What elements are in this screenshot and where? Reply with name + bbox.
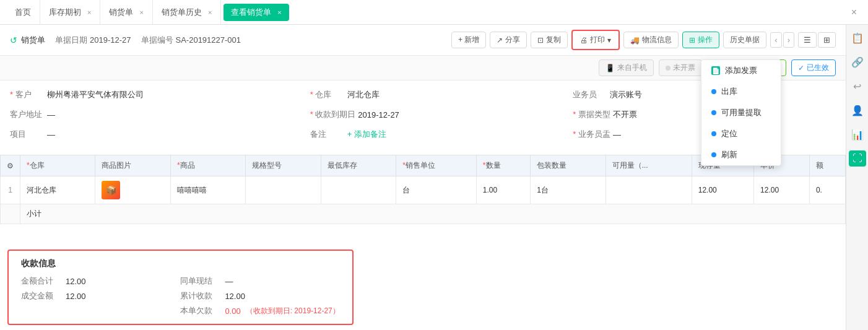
warehouse-label: 仓库	[310, 89, 345, 100]
tab-bar: 首页 库存期初 × 销货单 × 销货单历史 × 查看销货单 × ×	[0, 0, 868, 25]
sidebar-icon-return[interactable]: ↩	[851, 78, 864, 95]
operations-button[interactable]: ⊞ 操作	[682, 32, 719, 48]
share-button[interactable]: ↗ 分享	[490, 32, 527, 48]
due-date-value: 2019-12-27	[355, 109, 402, 121]
col-unit: *销售单位	[396, 155, 477, 176]
sidebar-icon-link[interactable]: 🔗	[849, 54, 866, 71]
settlement-value: —	[225, 277, 233, 286]
dropdown-available-qty[interactable]: 可用量提取	[701, 102, 781, 123]
customer-field: 客户 柳州粤港平安气体有限公司	[10, 88, 273, 102]
customer-value: 柳州粤港平安气体有限公司	[45, 88, 146, 102]
tab-history-close[interactable]: ×	[208, 9, 212, 16]
history-button[interactable]: 历史单据	[723, 32, 766, 48]
deal-label: 成交金额	[21, 290, 61, 302]
prev-arrow[interactable]: ‹	[770, 32, 781, 48]
new-button[interactable]: + 新增	[451, 32, 486, 48]
nav-arrows: ‹ ›	[770, 32, 794, 48]
row-current-stock: 12.00	[692, 176, 753, 204]
dropdown-outbound[interactable]: 出库	[701, 81, 781, 102]
staff2-label: 业务员盂	[573, 129, 610, 140]
col-product: *商品	[170, 155, 245, 176]
effective-status-button[interactable]: ✓ 已生效	[791, 59, 836, 76]
print-button[interactable]: 🖨 打印 ▾	[574, 32, 617, 48]
doc-date-field: 单据日期 2019-12-27	[55, 35, 131, 46]
tab-inventory-close[interactable]: ×	[87, 9, 91, 16]
print-dropdown-arrow: ▾	[607, 36, 611, 45]
payment-grid: 金额合计 12.00 同单现结 — 成交金额 12.00 累计收款	[21, 276, 340, 316]
add-note-button[interactable]: + 添加备注	[345, 128, 389, 141]
row-min-stock	[321, 176, 396, 204]
col-gear: ⚙	[1, 155, 20, 176]
subtotal-label-cell	[1, 204, 20, 224]
doc-number-field: 单据编号 SA-20191227-001	[141, 35, 241, 46]
document-header: ↺ 销货单 单据日期 2019-12-27 单据编号 SA-20191227-0…	[0, 25, 846, 56]
payment-box: 收款信息 金额合计 12.00 同单现结 — 成交金额 12.00	[7, 250, 354, 325]
tab-home[interactable]: 首页	[6, 0, 40, 24]
date-label: 单据日期	[55, 35, 87, 46]
col-min-stock: 最低库存	[321, 155, 396, 176]
cumulative-value: 12.00	[225, 292, 245, 301]
customer-label: 客户	[10, 89, 45, 100]
table-wrapper[interactable]: ⚙ *仓库 商品图片 *商品 规格型号 最低库存 *销售单位 *数量 包装数量 …	[0, 155, 846, 245]
grid-icon: ⊞	[689, 36, 695, 45]
col-spec: 规格型号	[246, 155, 321, 176]
dot-gray-icon	[666, 66, 671, 71]
grid-view-btn[interactable]: ⊞	[818, 32, 836, 48]
logistics-button[interactable]: 🚚 物流信息	[623, 32, 679, 48]
col-quantity: *数量	[476, 155, 530, 176]
project-field: 项目 —	[10, 129, 273, 141]
sidebar-icon-doc[interactable]: 📋	[849, 30, 866, 46]
tab-sales-close[interactable]: ×	[139, 9, 143, 16]
dropdown-locate[interactable]: 定位	[701, 123, 781, 144]
tab-bar-end: ×	[846, 7, 862, 18]
window-close-button[interactable]: ×	[846, 4, 862, 20]
sidebar-icon-expand[interactable]: ⛶	[849, 150, 866, 167]
row-product: 嘻嘻嘻嘻	[170, 176, 245, 204]
due-date-label: 收款到期日	[310, 109, 356, 120]
owed-value: 0.00	[225, 306, 240, 316]
check-circle-blue-icon: ✓	[798, 64, 804, 72]
tab-inventory-init[interactable]: 库存期初 ×	[40, 0, 100, 24]
row-spec	[246, 176, 321, 204]
print-icon: 🖨	[580, 36, 588, 45]
tab-view-sales-close[interactable]: ×	[277, 9, 281, 16]
col-available: 可用量（...	[605, 155, 692, 176]
due-date-field: 收款到期日 2019-12-27	[310, 109, 573, 121]
from-phone-button[interactable]: 📱 来自手机	[599, 59, 654, 76]
next-arrow[interactable]: ›	[783, 32, 794, 48]
list-view-btn[interactable]: ☰	[798, 32, 817, 48]
payment-row-owed: 本单欠款 0.00 （收款到期日: 2019-12-27）	[180, 305, 339, 316]
tab-sales-order[interactable]: 销货单 ×	[100, 0, 152, 24]
staff-label: 业务员	[573, 89, 607, 100]
col-pack-qty: 包装数量	[531, 155, 605, 176]
copy-button[interactable]: ⊡ 复制	[531, 32, 568, 48]
row-product-img: 📦	[95, 176, 170, 204]
cumulative-label: 累计收款	[180, 290, 220, 302]
warehouse-value: 河北仓库	[345, 88, 382, 102]
tab-sales-history[interactable]: 销货单历史 ×	[153, 0, 221, 24]
dropdown-refresh[interactable]: 刷新	[701, 144, 781, 165]
not-open-button[interactable]: 未开票	[659, 59, 702, 76]
phone-icon: 📱	[605, 64, 615, 72]
copy-icon: ⊡	[537, 36, 544, 45]
sidebar-icon-chart[interactable]: 📊	[849, 126, 866, 143]
outbound-dot-icon	[711, 89, 716, 94]
locate-dot-icon	[711, 131, 716, 136]
doc-meta: 单据日期 2019-12-27 单据编号 SA-20191227-001	[55, 35, 241, 46]
bottom-info-row: 收款信息 金额合计 12.00 同单现结 — 成交金额 12.00	[0, 245, 846, 330]
ticket-type-value: 不开票	[610, 108, 640, 121]
row-available	[605, 176, 692, 204]
date-value: 2019-12-27	[90, 35, 131, 45]
address-field: 客户地址 —	[10, 109, 273, 121]
staff2-value: —	[610, 129, 623, 141]
note-field: 备注 + 添加备注	[310, 128, 573, 141]
dropdown-add-invoice[interactable]: 📄 添加发票	[701, 60, 781, 81]
doc-title: ↺ 销货单	[10, 35, 45, 46]
row-unit-price: 12.00	[754, 176, 810, 204]
col-amount: 额	[809, 155, 845, 176]
payment-row-settlement: 同单现结 —	[180, 276, 339, 287]
row-unit: 台	[396, 176, 477, 204]
sidebar-icon-user[interactable]: 👤	[849, 102, 866, 119]
table-section: ⚙ *仓库 商品图片 *商品 规格型号 最低库存 *销售单位 *数量 包装数量 …	[0, 155, 846, 330]
tab-view-sales[interactable]: 查看销货单 ×	[224, 4, 289, 21]
